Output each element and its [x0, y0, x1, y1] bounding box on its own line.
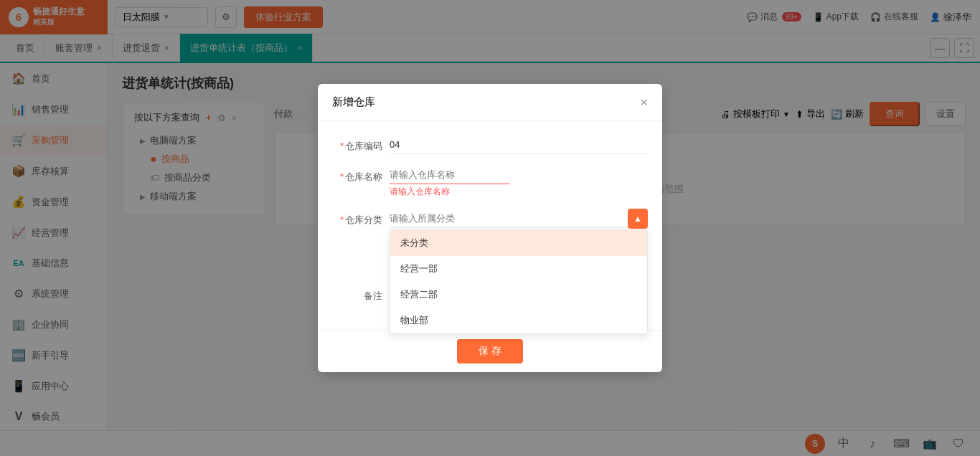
dropdown-item-property[interactable]: 物业部 [390, 308, 647, 333]
code-label: 仓库编码 [332, 136, 390, 153]
category-input[interactable] [390, 209, 648, 228]
dropdown-item-dept1[interactable]: 经营一部 [390, 256, 647, 282]
code-input[interactable] [390, 136, 648, 154]
category-input-wrapper: ▲ [390, 209, 648, 228]
save-button[interactable]: 保 存 [457, 339, 523, 364]
modal-overlay: 新增仓库 × 仓库编码 仓库名称 请输入仓库名称 仓库分 [0, 0, 980, 456]
modal-title: 新增仓库 [332, 95, 375, 109]
modal-footer: 保 存 [318, 330, 662, 372]
category-label: 仓库分类 [332, 209, 390, 227]
category-dropdown: 未分类 经营一部 经营二部 物业部 [390, 229, 648, 334]
name-error-message: 请输入仓库名称 [390, 186, 450, 198]
code-field-row: 仓库编码 [332, 136, 648, 154]
modal-header: 新增仓库 × [318, 84, 662, 121]
modal-body: 仓库编码 仓库名称 请输入仓库名称 仓库分类 ▲ [318, 121, 662, 330]
note-label: 备注 [332, 285, 390, 303]
name-input[interactable] [390, 166, 510, 184]
modal-close-button[interactable]: × [640, 96, 648, 109]
new-warehouse-modal: 新增仓库 × 仓库编码 仓库名称 请输入仓库名称 仓库分 [318, 84, 662, 372]
category-field-row: 仓库分类 ▲ 未分类 经营一部 经营二部 [332, 209, 648, 228]
name-field-row: 仓库名称 请输入仓库名称 [332, 166, 648, 198]
dropdown-item-dept2[interactable]: 经营二部 [390, 282, 647, 308]
dropdown-item-uncategorized[interactable]: 未分类 [390, 230, 647, 256]
name-label: 仓库名称 [332, 166, 390, 184]
category-toggle-button[interactable]: ▲ [628, 209, 648, 229]
